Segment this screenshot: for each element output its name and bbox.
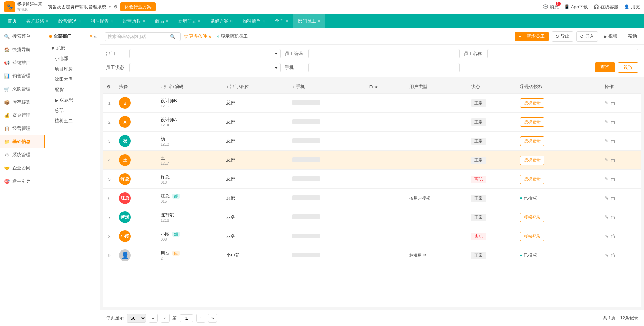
delete-button[interactable]: 🗑	[611, 119, 616, 125]
page-input[interactable]	[180, 314, 193, 322]
delete-button[interactable]: 🗑	[611, 195, 616, 201]
sidebar-item-marketing[interactable]: 📢营销推广	[0, 56, 45, 69]
next-page-button[interactable]: ›	[196, 314, 205, 323]
tab-customer[interactable]: 客户联络✕	[21, 14, 54, 28]
close-bom-tab[interactable]: ✕	[262, 19, 265, 24]
edit-button[interactable]: ✎	[605, 138, 609, 144]
dept-node-peihuo[interactable]: 配货	[49, 85, 100, 95]
first-page-button[interactable]: «	[149, 314, 158, 323]
sidebar-item-finance[interactable]: 💰资金管理	[0, 109, 45, 122]
col-settings[interactable]: ⚙	[103, 80, 116, 94]
dept-node-xiaodian[interactable]: 小电部	[49, 53, 100, 64]
dept-node-zhishu[interactable]: 植树王二	[49, 116, 100, 126]
sidebar-item-system[interactable]: ⚙系统管理	[0, 148, 45, 161]
tab-history[interactable]: 经营历程✕	[118, 14, 150, 28]
auth-button[interactable]: 授权登录	[520, 136, 544, 146]
delete-button[interactable]: 🗑	[611, 214, 616, 220]
search-submit-icon[interactable]: 🔍	[170, 34, 175, 39]
last-page-button[interactable]: »	[208, 314, 217, 323]
tab-barcode[interactable]: 条码方案✕	[206, 14, 238, 28]
sidebar-item-guide[interactable]: 🎯新手引导	[0, 175, 45, 188]
sidebar-item-sales[interactable]: 📊销售管理	[0, 69, 45, 82]
sidebar-item-nav[interactable]: 🏠快捷导航	[0, 43, 45, 56]
delete-button[interactable]: 🗑	[611, 176, 616, 182]
col-phone[interactable]: ↕ 手机	[289, 80, 366, 94]
prev-page-button[interactable]: ‹	[161, 314, 170, 323]
dept-node-shenyang[interactable]: 沈阳大库	[49, 74, 100, 85]
empname-input[interactable]	[487, 49, 638, 58]
settings-icon[interactable]: ⚙	[114, 4, 118, 9]
dept-edit-icon[interactable]: ✎	[89, 34, 93, 39]
service-button[interactable]: 🎧 在线客服	[593, 4, 618, 10]
auth-button[interactable]: 授权登录	[520, 232, 544, 241]
trial-button[interactable]: 体验行业方案	[120, 2, 156, 11]
dept-node-shuanglu[interactable]: ▶ 双鹿想	[49, 95, 100, 105]
close-newgoods-tab[interactable]: ✕	[198, 19, 201, 24]
tab-newgoods[interactable]: 新增商品✕	[173, 14, 206, 28]
dept-node-zongbu[interactable]: ▼ 总部	[45, 43, 100, 53]
empstatus-select[interactable]: ▾	[129, 63, 281, 72]
close-warehouse-tab[interactable]: ✕	[285, 19, 288, 24]
tab-goods[interactable]: 商品✕	[150, 14, 173, 28]
sidebar-item-inventory[interactable]: 📦库存核算	[0, 96, 45, 109]
close-barcode-tab[interactable]: ✕	[230, 19, 233, 24]
dept-node-zongbu2[interactable]: 总部	[49, 105, 100, 116]
edit-button[interactable]: ✎	[605, 214, 609, 220]
edit-button[interactable]: ✎	[605, 176, 609, 182]
tab-operation[interactable]: 经营情况✕	[54, 14, 86, 28]
auth-info-icon[interactable]: ⓘ	[520, 84, 525, 89]
auth-button[interactable]: 授权登录	[520, 175, 544, 184]
help-button[interactable]: | 帮助	[623, 32, 640, 41]
edit-button[interactable]: ✎	[605, 157, 609, 163]
edit-button[interactable]: ✎	[605, 119, 609, 125]
tab-home[interactable]: 首页	[3, 14, 21, 28]
app-download-button[interactable]: 📱 App下载	[564, 4, 588, 10]
col-name[interactable]: ↕ 姓名/编码	[157, 80, 223, 94]
sidebar-item-basic[interactable]: 📁基础信息	[0, 135, 45, 148]
edit-button[interactable]: ✎	[605, 253, 609, 258]
export-button[interactable]: ↻ 导出	[552, 31, 573, 42]
show-dimission-toggle[interactable]: ☑ 显示离职员工	[215, 33, 248, 39]
auth-button[interactable]: 授权登录	[520, 213, 544, 222]
sidebar-item-collab[interactable]: 🤝企业协同	[0, 161, 45, 175]
user-button[interactable]: 👤 用友	[624, 4, 640, 10]
delete-button[interactable]: 🗑	[611, 138, 616, 144]
sidebar-item-purchase[interactable]: 🛒采购管理	[0, 82, 45, 96]
query-button[interactable]: 查询	[595, 62, 615, 72]
page-size-select[interactable]: 50 20 100	[127, 314, 146, 323]
delete-button[interactable]: 🗑	[611, 234, 616, 239]
close-operation-tab[interactable]: ✕	[78, 19, 81, 24]
tab-warehouse[interactable]: 仓库✕	[270, 14, 293, 28]
system-dropdown-arrow[interactable]: ▾	[109, 5, 111, 9]
close-history-tab[interactable]: ✕	[142, 19, 145, 24]
dept-filter-select[interactable]: ▾	[129, 49, 281, 58]
auth-button[interactable]: 授权登录	[520, 117, 544, 127]
auth-button[interactable]: 授权登录	[520, 98, 544, 108]
auth-button[interactable]: 授权登录	[520, 156, 544, 165]
search-input-wrap[interactable]: 🔍	[105, 32, 181, 41]
close-goods-tab[interactable]: ✕	[165, 19, 169, 24]
edit-button[interactable]: ✎	[605, 100, 609, 106]
add-employee-button[interactable]: + + 新增员工	[515, 32, 549, 41]
search-input[interactable]	[108, 34, 170, 39]
edit-button[interactable]: ✎	[605, 234, 609, 239]
close-customer-tab[interactable]: ✕	[46, 19, 49, 24]
phone-input[interactable]	[308, 63, 460, 72]
more-filter-button[interactable]: ▽ 更多条件 ∧	[184, 33, 212, 39]
delete-button[interactable]: 🗑	[611, 253, 616, 258]
dept-collapse-icon[interactable]: «	[94, 34, 97, 39]
message-button[interactable]: 💬 消息 5	[543, 4, 559, 10]
delete-button[interactable]: 🗑	[611, 100, 616, 106]
sidebar-item-search[interactable]: 🔍搜索菜单	[0, 30, 45, 43]
sidebar-item-operations[interactable]: 📋经营管理	[0, 122, 45, 135]
edit-button[interactable]: ✎	[605, 195, 609, 201]
import-button[interactable]: ↺ 导入	[576, 31, 598, 42]
col-dept[interactable]: ↕ 部门/职位	[223, 80, 289, 94]
tab-bom[interactable]: 物料清单✕	[238, 14, 270, 28]
dimission-checkbox[interactable]: ☑	[215, 34, 219, 39]
tab-employees[interactable]: 部门员工✕	[293, 14, 325, 28]
close-profit-tab[interactable]: ✕	[110, 19, 113, 24]
delete-button[interactable]: 🗑	[611, 157, 616, 163]
set-button[interactable]: 设置	[618, 62, 638, 73]
dept-node-project[interactable]: 项目库房	[49, 64, 100, 74]
